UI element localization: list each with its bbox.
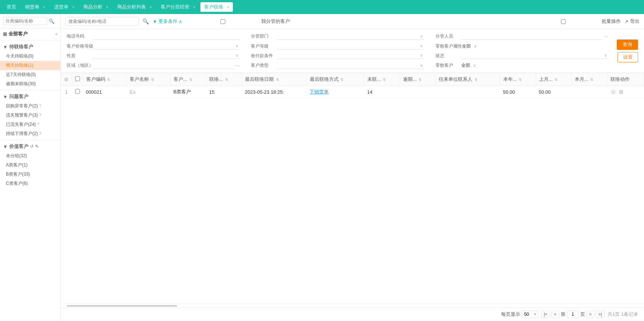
th-last-method: 最后联络方式 ⇅ bbox=[307, 73, 364, 86]
next-page-button[interactable]: > bbox=[587, 311, 594, 318]
all-customers-label: 全部客户 bbox=[8, 31, 28, 37]
batch-op-checkbox[interactable] bbox=[526, 19, 600, 24]
th-contact-person: 往来单位联系人 ⇅ bbox=[435, 73, 500, 86]
filter-cell-scatter: 零散客户 全部 ∨ bbox=[435, 62, 609, 69]
sidebar: 🔍 ⊞ 全部客户 « ▼ 待联络客户 今天待联络(0) 明天待联络(1) 近7天… bbox=[0, 14, 61, 321]
nav-customer-contact-close[interactable]: × bbox=[227, 5, 229, 9]
filter-cell-phone: 电话号码 bbox=[67, 33, 240, 40]
nav-purchase-close[interactable]: × bbox=[72, 5, 74, 9]
sidebar-item-unclassified[interactable]: 未分组(32) bbox=[0, 151, 60, 160]
value-refresh-icon[interactable]: ↺ bbox=[30, 144, 34, 149]
first-page-button[interactable]: |< bbox=[541, 311, 550, 318]
sidebar-item-type-a[interactable]: A类客户(1) bbox=[0, 160, 60, 170]
filter-cell-nature: 性质 ∨ bbox=[67, 52, 240, 59]
query-button[interactable]: 查询 bbox=[617, 39, 638, 50]
search-bar: 🔍 ▼ 更多条件 ∧ 我分管的客户 批量操作 ↗ 导出 bbox=[61, 14, 644, 29]
filter-cell-scatter-attr: 零散客户属性 全部 ∨ bbox=[435, 43, 609, 49]
customer-code: 000021 bbox=[83, 86, 127, 98]
nav-customer-tier-close[interactable]: × bbox=[193, 5, 195, 9]
nav-analysis-list-close[interactable]: × bbox=[150, 5, 152, 9]
action-icons: ☏ ⊞ bbox=[610, 89, 641, 95]
cust-level-label: 客户等级 bbox=[251, 43, 277, 49]
region-input[interactable] bbox=[93, 62, 234, 69]
nav-sales[interactable]: 销货单 × bbox=[21, 2, 49, 12]
sort-this-year-icon: ⇅ bbox=[519, 77, 522, 82]
nav-home[interactable]: 首页 bbox=[3, 2, 20, 12]
page-input[interactable] bbox=[567, 311, 579, 318]
prev-page-button[interactable]: < bbox=[552, 311, 559, 318]
cust-type-select[interactable]: ∨ bbox=[277, 62, 424, 69]
dept-select[interactable]: ∨ bbox=[277, 33, 424, 40]
sidebar-divider-3 bbox=[0, 140, 60, 140]
th-not-contact: 未联... ⇅ bbox=[364, 73, 400, 86]
sidebar-item-today[interactable]: 今天待联络(0) bbox=[0, 52, 60, 61]
more-filter-button[interactable]: ▼ 更多条件 ∧ bbox=[153, 18, 182, 25]
cust-level-select[interactable]: ∨ bbox=[277, 43, 424, 49]
sidebar-item-lost[interactable]: 已流失客户(24) ? bbox=[0, 120, 60, 129]
this-year-amount: 50.00 bbox=[500, 86, 536, 98]
my-customers-toggle[interactable]: 我分管的客户 bbox=[186, 18, 290, 25]
sidebar-item-declining[interactable]: 持续下滑客户(2) ? bbox=[0, 129, 60, 138]
nature-select[interactable]: ∨ bbox=[92, 52, 240, 59]
batch-op-button[interactable]: 批量操作 bbox=[526, 18, 621, 25]
sidebar-search-input[interactable] bbox=[3, 17, 47, 25]
scatter-value: 全部 bbox=[461, 62, 470, 69]
sidebar-pending-header[interactable]: ▼ 待联络客户 bbox=[0, 42, 60, 52]
export-button[interactable]: ↗ 导出 bbox=[624, 18, 640, 25]
all-customers-header[interactable]: ⊞ 全部客户 « bbox=[0, 28, 60, 39]
scatter-select[interactable]: ∨ bbox=[472, 62, 477, 69]
gear-icon[interactable]: ⚙ bbox=[64, 77, 69, 82]
region-dots[interactable]: ··· bbox=[235, 62, 240, 69]
sidebar-item-type-c[interactable]: C类客户(6) bbox=[0, 179, 60, 188]
last-month-amount: 50.00 bbox=[536, 86, 571, 98]
contact-method-link[interactable]: 下销货单 bbox=[309, 89, 329, 94]
total-info: 共1页 1条记录 bbox=[608, 311, 638, 318]
status-select[interactable]: ∨ bbox=[461, 52, 609, 59]
phone-input[interactable] bbox=[92, 33, 240, 40]
last-contact-date: 2023-05-23 18:25: bbox=[242, 86, 307, 98]
nav-analysis[interactable]: 商品分析 × bbox=[80, 2, 112, 12]
qr-action-icon[interactable]: ⊞ bbox=[619, 89, 623, 95]
horizontal-scrollbar[interactable] bbox=[67, 305, 177, 307]
my-customers-checkbox[interactable] bbox=[186, 19, 260, 24]
nav-analysis-close[interactable]: × bbox=[106, 5, 108, 9]
th-overdue: 逾期... ⇅ bbox=[400, 73, 435, 86]
sidebar-item-type-b[interactable]: B类客户(33) bbox=[0, 170, 60, 179]
per-page-select[interactable]: 10 20 50 100 bbox=[522, 311, 538, 318]
sidebar-search-icon[interactable]: 🔍 bbox=[49, 18, 55, 24]
nav-customer-contact[interactable]: 客户联络 × bbox=[200, 2, 233, 12]
filter-cell-status: 状态 ∨ bbox=[435, 52, 609, 59]
sidebar-item-repurchase[interactable]: 回购异常客户(2) ? bbox=[0, 101, 60, 111]
nav-purchase[interactable]: 进货单 × bbox=[50, 2, 78, 12]
th-this-year: 本年... ⇅ bbox=[500, 73, 536, 86]
phone-action-icon[interactable]: ☏ bbox=[610, 89, 617, 95]
region-label: 区域（地区） bbox=[67, 62, 93, 69]
sidebar-item-tomorrow[interactable]: 明天待联络(1) bbox=[0, 61, 60, 70]
value-edit-icon[interactable]: ✎ bbox=[35, 144, 39, 149]
last-page-button[interactable]: >| bbox=[596, 311, 605, 318]
sidebar-item-lost-warning[interactable]: 流失预警客户(3) ? bbox=[0, 111, 60, 120]
nav-sales-close[interactable]: × bbox=[43, 5, 45, 9]
payment-select[interactable]: ∨ bbox=[277, 52, 424, 59]
sidebar-item-7days[interactable]: 近7天待联络(0) bbox=[0, 70, 60, 79]
manager-dots[interactable]: ··· bbox=[604, 33, 609, 40]
sidebar-value-header[interactable]: ▼ 价值客户 ↺ ✎ bbox=[0, 142, 60, 151]
row-num: 1 bbox=[61, 86, 72, 98]
scatter-attr-select[interactable]: ∨ bbox=[472, 43, 478, 49]
row-checkbox[interactable] bbox=[75, 89, 80, 94]
settings-button[interactable]: 设置 bbox=[617, 52, 638, 62]
sidebar-problem-header[interactable]: ▼ 问题客户 bbox=[0, 92, 60, 101]
filter-cell-dept: 分管部门 ∨ bbox=[251, 33, 424, 40]
sidebar-item-overdue[interactable]: 逾期未联络(30) bbox=[0, 79, 60, 89]
select-all-checkbox[interactable] bbox=[75, 76, 80, 81]
nav-analysis-list[interactable]: 商品分析列表 × bbox=[113, 2, 155, 12]
contact-person bbox=[435, 86, 500, 98]
search-input[interactable] bbox=[65, 17, 139, 26]
manager-input[interactable] bbox=[461, 33, 602, 40]
sidebar-collapse-icon[interactable]: « bbox=[55, 32, 57, 36]
filter-icon: ▼ bbox=[153, 19, 157, 24]
price-level-select[interactable]: ∨ bbox=[93, 43, 240, 49]
nav-customer-tier[interactable]: 客户分层经营 × bbox=[157, 2, 199, 12]
search-button[interactable]: 🔍 bbox=[143, 18, 149, 24]
scatter-arrow: ∨ bbox=[473, 63, 476, 68]
